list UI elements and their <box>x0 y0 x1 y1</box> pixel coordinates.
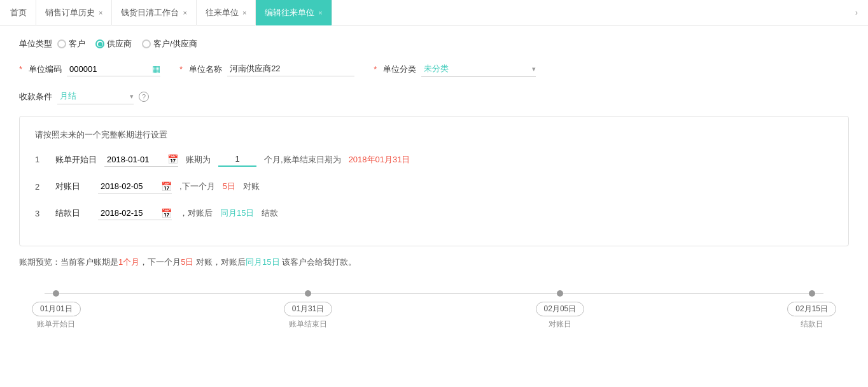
period-box-title: 请按照未来的一个完整帐期进行设置 <box>35 129 833 141</box>
period-row-1-num: 1 <box>35 155 48 164</box>
unit-category-label: 单位分类 <box>383 64 416 75</box>
timeline-points: 01月01日 账单开始日 01月31日 账单结束日 02月05日 对账日 02月… <box>32 281 836 330</box>
reconcile-prefix: ,下一个月 <box>179 181 215 192</box>
timeline-label-2: 账单结束日 <box>289 319 327 330</box>
tab-counterpart-close[interactable]: × <box>242 9 246 17</box>
unit-category-arrow: ▾ <box>532 65 536 73</box>
tab-edit-counterpart-label: 编辑往来单位 <box>265 7 314 18</box>
tab-cash-ledger-close[interactable]: × <box>183 9 186 17</box>
tab-home[interactable]: 首页 <box>5 0 36 25</box>
preview-part3-highlight: 同月15日 <box>246 257 279 267</box>
unit-code-input[interactable] <box>67 62 150 76</box>
tabs-bar: 首页 销售订单历史 × 钱货日清工作台 × 往来单位 × 编辑往来单位 × › <box>0 0 868 25</box>
unit-type-group: 单位类型 客户 供应商 客户/供应商 <box>19 38 197 50</box>
tab-cash-ledger[interactable]: 钱货日清工作台 × <box>112 0 196 25</box>
timeline-label-1: 账单开始日 <box>37 319 75 330</box>
payment-date-label: 结款日 <box>55 208 90 219</box>
payment-date-input-group: 📅 <box>98 206 172 220</box>
unit-category-group: * 单位分类 未分类 ▾ <box>374 61 536 77</box>
period-start-date-input-group: 📅 <box>104 153 178 167</box>
tab-counterpart[interactable]: 往来单位 × <box>197 0 256 25</box>
preview-part2: ，下一个月 <box>139 257 181 267</box>
tab-edit-counterpart[interactable]: 编辑往来单位 × <box>256 0 332 25</box>
timeline-badge-4: 02月15日 <box>787 302 836 316</box>
payment-terms-select[interactable]: 月结 ▾ <box>57 88 134 104</box>
payment-terms-row: 收款条件 月结 ▾ ? <box>19 88 849 104</box>
period-start-date-input[interactable] <box>104 153 165 166</box>
preview-prefix: 账期预览：当前客户账期是 <box>19 257 118 267</box>
unit-code-required: * <box>19 64 22 74</box>
unit-name-group: * 单位名称 <box>179 62 354 76</box>
payment-terms-arrow: ▾ <box>130 92 134 101</box>
unit-code-group: * 单位编码 ▦ <box>19 62 160 76</box>
timeline-point-4: 02月15日 结款日 <box>787 281 836 330</box>
unit-type-row: 单位类型 客户 供应商 客户/供应商 <box>19 38 849 50</box>
period-end-date-highlight: 2018年01月31日 <box>349 154 410 165</box>
tab-counterpart-label: 往来单位 <box>206 7 239 18</box>
preview-part1-highlight: 1个月 <box>118 257 139 267</box>
timeline-badge-1: 01月01日 <box>32 302 81 316</box>
preview-part3: 对账，对账后 <box>193 257 246 267</box>
radio-group: 客户 供应商 客户/供应商 <box>57 38 197 50</box>
tab-edit-counterpart-close[interactable]: × <box>318 9 322 17</box>
radio-supplier[interactable]: 供应商 <box>95 38 132 50</box>
reconcile-date-cal-icon[interactable]: 📅 <box>161 181 172 192</box>
timeline-label-3: 对账日 <box>549 319 571 330</box>
payment-date-input[interactable] <box>98 206 158 220</box>
period-term-label: 账期为 <box>186 154 211 165</box>
payment-date-cal-icon[interactable]: 📅 <box>161 208 172 218</box>
unit-category-select[interactable]: 未分类 ▾ <box>421 61 536 77</box>
radio-both[interactable]: 客户/供应商 <box>142 38 197 50</box>
payment-day-highlight: 同月15日 <box>220 208 254 219</box>
radio-customer[interactable]: 客户 <box>57 38 85 50</box>
timeline-dot-1 <box>53 290 59 297</box>
preview-part2-highlight: 5日 <box>181 257 193 267</box>
timeline-point-3: 02月05日 对账日 <box>536 281 585 330</box>
reconcile-date-label: 对账日 <box>55 181 90 192</box>
reconcile-suffix: 对账 <box>243 181 260 192</box>
radio-both-circle <box>142 39 151 48</box>
unit-name-required: * <box>179 64 183 74</box>
tab-scroll-arrow[interactable]: › <box>850 8 863 17</box>
payment-terms-label: 收款条件 <box>19 91 52 102</box>
reconcile-date-input[interactable] <box>98 179 158 193</box>
preview-suffix: 该客户会给我打款。 <box>280 257 357 267</box>
radio-both-label: 客户/供应商 <box>153 38 197 50</box>
unit-code-icon[interactable]: ▦ <box>152 64 160 74</box>
unit-name-input[interactable] <box>227 62 354 76</box>
payment-suffix: 结款 <box>262 208 278 219</box>
radio-customer-circle <box>57 39 66 48</box>
tab-cash-ledger-label: 钱货日清工作台 <box>121 7 179 18</box>
radio-customer-label: 客户 <box>69 38 85 50</box>
payment-terms-group: 收款条件 月结 ▾ ? <box>19 88 149 104</box>
unit-info-row: * 单位编码 ▦ * 单位名称 * 单位分类 未分类 ▾ <box>19 61 849 77</box>
period-row-3: 3 结款日 📅 ，对账后 同月15日 结款 <box>35 206 833 220</box>
payment-terms-value: 月结 <box>57 88 127 104</box>
period-start-date-cal-icon[interactable]: 📅 <box>167 154 178 164</box>
preview-text: 账期预览：当前客户账期是1个月，下一个月5日 对账，对账后同月15日 该客户会给… <box>19 257 849 268</box>
unit-code-label: 单位编码 <box>29 64 62 75</box>
unit-code-input-wrap: ▦ <box>67 62 160 76</box>
timeline-dot-3 <box>557 290 563 297</box>
timeline-label-4: 结款日 <box>801 319 823 330</box>
period-row-3-num: 3 <box>35 209 48 218</box>
timeline-badge-2: 01月31日 <box>284 302 333 316</box>
timeline: 01月01日 账单开始日 01月31日 账单结束日 02月05日 对账日 02月… <box>19 281 849 330</box>
radio-supplier-circle <box>95 39 104 48</box>
period-row-2-num: 2 <box>35 182 48 192</box>
tab-sales-order-history-label: 销售订单历史 <box>45 7 95 18</box>
tab-sales-order-history-close[interactable]: × <box>99 9 102 17</box>
period-start-date-label: 账单开始日 <box>55 154 97 165</box>
timeline-dot-2 <box>305 290 311 297</box>
unit-name-label: 单位名称 <box>189 64 222 75</box>
help-icon[interactable]: ? <box>139 92 149 102</box>
period-months-input[interactable] <box>218 152 256 167</box>
timeline-dot-4 <box>809 290 815 297</box>
reconcile-day-highlight: 5日 <box>223 181 235 192</box>
period-end-prefix: 个月,账单结束日期为 <box>264 154 341 165</box>
radio-supplier-label: 供应商 <box>107 38 132 50</box>
payment-prefix: ，对账后 <box>179 208 213 219</box>
unit-category-required: * <box>374 64 377 74</box>
period-box: 请按照未来的一个完整帐期进行设置 1 账单开始日 📅 账期为 个月,账单结束日期… <box>19 116 849 246</box>
tab-sales-order-history[interactable]: 销售订单历史 × <box>36 0 112 25</box>
